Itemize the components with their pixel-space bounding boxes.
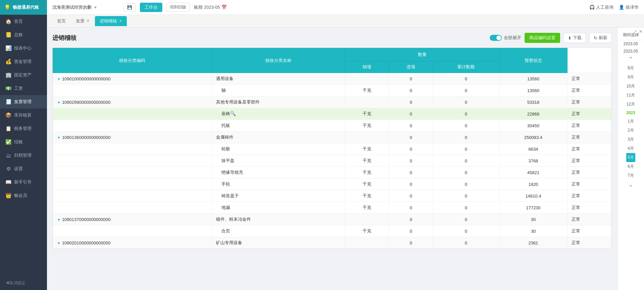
col-sub-purchase: 进项 — [389, 61, 433, 73]
panel-month-item[interactable]: 3月 — [626, 135, 635, 144]
table-cell-name: 轮毂 — [212, 143, 345, 155]
table-cell-name: 绝缘导线壳 — [212, 167, 345, 178]
sidebar-item-assets[interactable]: 🏢 固定资产 — [0, 68, 47, 82]
table-cell-purchase: 0 — [433, 108, 499, 120]
panel-month-item[interactable]: 9月 — [626, 73, 635, 82]
calendar-icon[interactable]: 📅 — [221, 5, 227, 10]
sidebar-item-reports[interactable]: 📊 报表中心 — [0, 42, 47, 55]
tab-invoice[interactable]: 发票 ✕ — [71, 16, 94, 26]
panel-month-item[interactable]: 2023 — [626, 109, 635, 117]
table-cell-purchase: 0 — [433, 202, 499, 214]
sidebar-item-funds[interactable]: 💰 资金管理 — [0, 55, 47, 68]
sidebar-item-home[interactable]: 🏠 首页 — [0, 15, 47, 28]
table-cell-unit: 千克 — [345, 190, 389, 202]
tab-invoice-label: 发票 — [76, 18, 85, 24]
table-cell-total: 53318 — [499, 96, 567, 108]
panel-close-icon[interactable]: ✕ — [639, 29, 643, 34]
sidebar-footer-pin[interactable]: ◀取消固定 — [0, 276, 47, 290]
table-cell-total: 45821 — [499, 167, 567, 178]
col-header-warning: 预警状态 — [499, 48, 567, 73]
collapse-icon[interactable]: ▼ — [57, 241, 61, 245]
sidebar-item-label: 工资 — [14, 85, 23, 91]
settle-icon: ✅ — [5, 139, 11, 145]
collapse-icon[interactable]: ▼ — [57, 100, 61, 104]
tab-home[interactable]: 首页 — [52, 16, 70, 26]
panel-up-arrow[interactable]: ⌃ — [618, 55, 644, 64]
panel-month-item[interactable]: 7月 — [626, 171, 635, 180]
panel-month-item[interactable]: 10月 — [626, 82, 635, 91]
table-cell-purchase: 0 — [433, 190, 499, 202]
table-cell-purchase: 0 — [433, 132, 499, 143]
support-button[interactable]: 🎧 人工咨询 — [589, 4, 613, 10]
switch-version-button[interactable]: 切到旧版 — [166, 3, 190, 12]
table-cell-code — [53, 120, 212, 132]
table-cell-name: 铸造盖子 — [212, 190, 345, 202]
refresh-button[interactable]: ↻ 刷新 — [589, 33, 612, 43]
sidebar-item-invoice[interactable]: 🧾 发票管理 — [0, 95, 47, 108]
app-logo: 💡 畅捷通易代账 — [0, 0, 47, 15]
sidebar-footer-label: ◀取消固定 — [5, 280, 25, 286]
save-draft-button[interactable]: 💾 — [123, 3, 136, 11]
workbench-button[interactable]: 工作台 — [140, 3, 162, 12]
table-cell-sale: 0 — [389, 190, 433, 202]
panel-month-item[interactable]: 5月 — [626, 153, 635, 162]
refresh-icon: ↻ — [594, 35, 597, 41]
data-table: 税收分类编码 税收分类名称 数量 预警状态 销项 进项 累计数额 — [53, 48, 611, 249]
table-cell-name: 地漏 — [212, 202, 345, 214]
member-icon: 👑 — [5, 193, 11, 199]
table-cell-status: 正常 — [568, 73, 611, 85]
reports-icon: 📊 — [5, 45, 11, 51]
table-cell-sale: 0 — [389, 132, 433, 143]
panel-month-item[interactable]: 4月 — [626, 144, 635, 153]
main-area: 沈海英测试经营勿删 ▼ 💾 工作台 切到旧版 账期 2023-05 📅 🎧 人工… — [47, 0, 644, 290]
logo-icon: 💡 — [4, 4, 11, 11]
table-cell-status: 正常 — [568, 143, 611, 155]
table-cell-sale: 0 — [389, 143, 433, 155]
panel-expand-icon[interactable]: ⤢ — [633, 29, 637, 34]
company-selector[interactable]: 沈海英测试经营勿删 ▼ — [52, 4, 119, 10]
sidebar-item-member[interactable]: 👑 畅会员 — [0, 189, 47, 202]
collapse-icon[interactable]: ▼ — [57, 77, 61, 81]
tab-reconcile[interactable]: 进销稽核 ✕ — [95, 16, 127, 26]
user-icon: 👤 — [619, 5, 624, 10]
panel-month-item[interactable]: 11月 — [626, 91, 635, 100]
sidebar-item-tax[interactable]: 📋 税务管理 — [0, 122, 47, 135]
home-icon: 🏠 — [5, 18, 11, 24]
product-code-button[interactable]: 商品编码设置 — [525, 33, 560, 43]
panel-month-item[interactable]: 8月 — [626, 64, 635, 73]
user-profile[interactable]: 👤 徐泽华 — [619, 4, 639, 10]
tax-icon: 📋 — [5, 126, 11, 132]
sidebar-item-settings[interactable]: ⚙ 设置 — [0, 162, 47, 175]
collapse-icon[interactable]: ▼ — [57, 136, 61, 140]
chevron-down-icon: ▼ — [94, 5, 97, 9]
page-content: 进销稽核 全部展开 商品编码设置 ⬇ 下载 ↻ 刷新 — [47, 27, 617, 290]
period-label: 账期 — [194, 4, 203, 10]
panel-month-item[interactable]: 12月 — [626, 100, 635, 109]
sidebar-item-settle[interactable]: ✅ 结账 — [0, 135, 47, 149]
tab-invoice-close-icon[interactable]: ✕ — [87, 19, 90, 23]
panel-month-item[interactable]: 1月 — [626, 117, 635, 126]
panel-down-arrow[interactable]: ⌄ — [618, 180, 644, 189]
sidebar-item-archive[interactable]: 🗂 归档管理 — [0, 149, 47, 162]
table-cell-total: 1820 — [499, 178, 567, 190]
sidebar-item-guide[interactable]: 📖 新手引导 — [0, 175, 47, 189]
download-button[interactable]: ⬇ 下载 — [564, 33, 586, 43]
expand-toggle[interactable] — [490, 35, 502, 41]
tab-reconcile-close-icon[interactable]: ✕ — [119, 19, 122, 23]
table-cell-code — [53, 85, 212, 96]
sidebar-item-salary[interactable]: 💵 工资 — [0, 82, 47, 95]
table-cell-total: 22868 — [499, 108, 567, 120]
collapse-icon[interactable]: ▼ — [57, 218, 61, 222]
sidebar-item-ledger[interactable]: 📒 总账 — [0, 28, 47, 42]
page-title: 进销稽核 — [52, 34, 76, 42]
table-cell-sale: 0 — [389, 214, 433, 225]
panel-month-item[interactable]: 6月 — [626, 162, 635, 171]
sidebar-item-inventory[interactable]: 📦 库存核算 — [0, 108, 47, 122]
table-cell-purchase: 0 — [433, 155, 499, 167]
table-cell-status: 正常 — [568, 214, 611, 225]
table-cell-name: 座椅🔍 — [212, 108, 345, 120]
sidebar-item-label: 结账 — [14, 139, 23, 145]
panel-month-item[interactable]: 2月 — [626, 126, 635, 135]
table-cell-unit: 千克 — [345, 178, 389, 190]
search-icon[interactable]: 🔍 — [230, 111, 236, 116]
